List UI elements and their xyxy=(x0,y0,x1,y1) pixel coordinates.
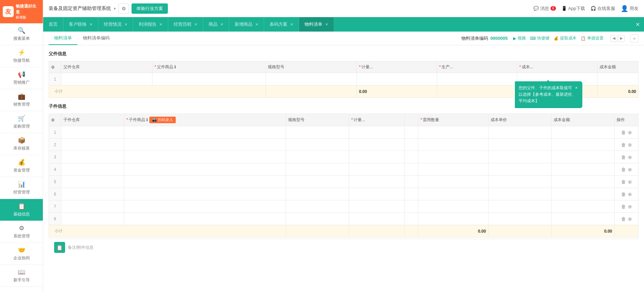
sidebar-item-quick[interactable]: ⚡ 快捷导航 xyxy=(0,45,43,67)
child-cell-unit-5[interactable] xyxy=(349,176,405,188)
child-cell-warehouse-7[interactable] xyxy=(61,200,124,213)
copy-icon-4[interactable]: ⊕ xyxy=(628,167,632,172)
nav-tab-goods[interactable]: 商品 ✕ xyxy=(203,17,229,32)
child-cell-unit-4[interactable] xyxy=(349,163,405,176)
child-cell-amount-5[interactable] xyxy=(551,176,614,188)
child-cell-qty-3[interactable] xyxy=(418,151,488,163)
child-cell-unit-cost-5[interactable] xyxy=(488,176,551,188)
child-th-settings[interactable]: ⚙ xyxy=(49,114,61,126)
copy-icon-1[interactable]: ⊕ xyxy=(628,130,632,135)
sidebar-item-purchase[interactable]: 🛒 采购管理 xyxy=(0,111,43,133)
tooltip-close-btn[interactable]: × xyxy=(575,85,578,91)
child-cell-unit-7[interactable] xyxy=(349,200,405,213)
child-cell-spec-2[interactable] xyxy=(286,139,349,151)
copy-icon-7[interactable]: ⊕ xyxy=(628,204,632,209)
child-cell-unit-1[interactable] xyxy=(349,126,405,139)
parent-cell-warehouse-1[interactable] xyxy=(61,73,152,85)
child-cell-unit-cost-6[interactable] xyxy=(488,188,551,200)
sidebar-item-sales[interactable]: 💼 销售管理 xyxy=(0,89,43,111)
nav-tab-history[interactable]: 经营历程 ✕ xyxy=(168,17,203,32)
nav-tab-barcode[interactable]: 条码方案 ✕ xyxy=(264,17,299,32)
system-dropdown-arrow[interactable]: ▾ xyxy=(114,6,116,11)
close-history-tab[interactable]: ✕ xyxy=(194,22,197,27)
delete-icon-7[interactable]: 🗑 xyxy=(621,204,626,209)
nav-tab-profit[interactable]: 利润报告 ✕ xyxy=(133,17,168,32)
child-cell-unit-cost-3[interactable] xyxy=(488,151,551,163)
action-shortcut[interactable]: ⌨ 快捷键 xyxy=(530,35,549,41)
action-video[interactable]: ▶ 视频 xyxy=(513,35,526,41)
delete-icon-2[interactable]: 🗑 xyxy=(621,142,626,148)
copy-icon-2[interactable]: ⊕ xyxy=(628,142,632,148)
parent-cell-unit-1[interactable] xyxy=(357,73,437,85)
parent-cell-spec-1[interactable] xyxy=(266,73,357,85)
action-doc-settings[interactable]: 📋 单据设置 xyxy=(581,35,604,41)
copy-icon-5[interactable]: ⊕ xyxy=(628,179,632,185)
child-cell-warehouse-2[interactable] xyxy=(61,139,124,151)
nav-tab-new-goods[interactable]: 新增商品 ✕ xyxy=(229,17,264,32)
menu-icon[interactable]: ≡ xyxy=(630,34,639,43)
child-cell-spec-5[interactable] xyxy=(286,176,349,188)
child-cell-unit-cost-4[interactable] xyxy=(488,163,551,176)
try-button[interactable]: 体验行业方案 xyxy=(132,3,168,14)
child-cell-unit-cost-2[interactable] xyxy=(488,139,551,151)
child-cell-amount-8[interactable] xyxy=(551,213,614,225)
sidebar-item-guide[interactable]: 📖 新手引导 xyxy=(0,265,43,287)
close-all-tabs[interactable]: ✕ xyxy=(631,21,644,28)
nav-tab-home[interactable]: 首页 xyxy=(43,17,63,32)
child-cell-goods-8[interactable] xyxy=(124,213,286,225)
child-cell-qty-2[interactable] xyxy=(418,139,488,151)
child-cell-qty-1[interactable] xyxy=(418,126,488,139)
child-cell-qty-8[interactable] xyxy=(418,213,488,225)
nav-tab-operations[interactable]: 经营情况 ✕ xyxy=(98,17,133,32)
child-cell-unit-cost-8[interactable] xyxy=(488,213,551,225)
bottom-add-icon[interactable]: 📋 xyxy=(54,242,65,253)
user-item[interactable]: 👤 用友 xyxy=(621,5,639,12)
child-cell-goods-4[interactable] xyxy=(124,163,286,176)
scan-button[interactable]: 📷 扫码录入 xyxy=(149,117,176,123)
child-cell-amount-1[interactable] xyxy=(551,126,614,139)
child-cell-goods-1[interactable] xyxy=(124,126,286,139)
sub-tab-bom[interactable]: 物料清单 xyxy=(49,32,77,45)
child-cell-warehouse-6[interactable] xyxy=(61,188,124,200)
child-cell-warehouse-1[interactable] xyxy=(61,126,124,139)
parent-th-settings[interactable]: ⚙ xyxy=(49,61,61,73)
child-cell-unit-cost-7[interactable] xyxy=(488,200,551,213)
child-cell-qty-5[interactable] xyxy=(418,176,488,188)
child-cell-unit-3[interactable] xyxy=(349,151,405,163)
sidebar-item-search[interactable]: 🔍 搜索菜单 xyxy=(0,23,43,45)
copy-icon-3[interactable]: ⊕ xyxy=(628,154,632,160)
parent-cell-last-1[interactable] xyxy=(597,73,639,85)
child-cell-warehouse-5[interactable] xyxy=(61,176,124,188)
child-cell-qty-6[interactable] xyxy=(418,188,488,200)
sidebar-item-enterprise[interactable]: 🤝 企业协同 xyxy=(0,243,43,265)
close-customer-tab[interactable]: ✕ xyxy=(89,22,92,27)
child-cell-spec-3[interactable] xyxy=(286,151,349,163)
child-cell-unit-2[interactable] xyxy=(349,139,405,151)
child-cell-spec-6[interactable] xyxy=(286,188,349,200)
parent-cell-goods-1[interactable] xyxy=(152,73,265,85)
child-cell-goods-6[interactable] xyxy=(124,188,286,200)
child-cell-goods-2[interactable] xyxy=(124,139,286,151)
child-cell-qty-7[interactable] xyxy=(418,200,488,213)
child-cell-warehouse-3[interactable] xyxy=(61,151,124,163)
sidebar-item-finance[interactable]: 💰 资金管理 xyxy=(0,155,43,177)
delete-icon-5[interactable]: 🗑 xyxy=(621,179,626,185)
sub-tab-code[interactable]: 物料清单编码 xyxy=(77,32,115,45)
child-cell-amount-7[interactable] xyxy=(551,200,614,213)
sidebar-item-inventory[interactable]: 📦 库存核算 xyxy=(0,133,43,155)
app-download-item[interactable]: 📱 App下载 xyxy=(561,5,585,12)
delete-icon-6[interactable]: 🗑 xyxy=(621,191,626,197)
child-cell-qty-4[interactable] xyxy=(418,163,488,176)
child-cell-spec-7[interactable] xyxy=(286,200,349,213)
child-cell-amount-2[interactable] xyxy=(551,139,614,151)
delete-icon-1[interactable]: 🗑 xyxy=(621,130,626,135)
child-cell-spec-8[interactable] xyxy=(286,213,349,225)
close-profit-tab[interactable]: ✕ xyxy=(159,22,162,27)
close-barcode-tab[interactable]: ✕ xyxy=(290,22,293,27)
next-arrow[interactable]: ▶ xyxy=(618,35,625,42)
sidebar-item-operations[interactable]: 📊 经营管理 xyxy=(0,177,43,199)
delete-icon-4[interactable]: 🗑 xyxy=(621,167,626,172)
message-item[interactable]: 💬 消息 6 xyxy=(533,5,556,12)
child-cell-goods-3[interactable] xyxy=(124,151,286,163)
sidebar-item-basic[interactable]: 📋 基础信息 xyxy=(0,199,43,221)
